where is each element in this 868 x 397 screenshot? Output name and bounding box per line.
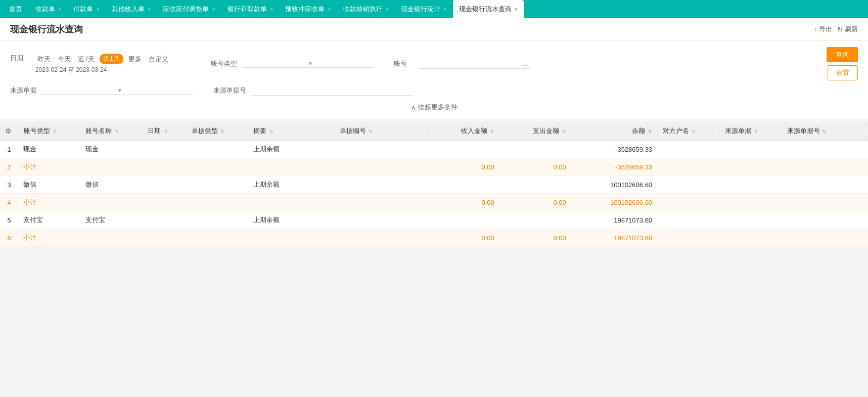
sort-icon: ⇅	[490, 129, 494, 134]
cell-income	[428, 140, 499, 158]
close-icon[interactable]: ×	[148, 6, 151, 12]
nav-tab-2[interactable]: 其他收入单 ×	[106, 0, 157, 18]
close-icon[interactable]: ×	[270, 6, 273, 12]
nav-tab-6[interactable]: 收款核销执行 ×	[337, 0, 395, 18]
cell-balance: 100102606.60	[571, 176, 657, 194]
source-doc-no-label: 来源单据号	[213, 86, 246, 95]
page-title: 现金银行流水查询	[10, 23, 83, 35]
th-date[interactable]: 日期 ⇅	[143, 122, 186, 140]
cell-source-doc-no	[782, 194, 867, 211]
nav-tab-1[interactable]: 付款单 ×	[67, 0, 105, 18]
nav-tab-7[interactable]: 现金银行统计 ×	[395, 0, 452, 18]
cell-expense	[499, 176, 571, 194]
close-icon[interactable]: ×	[58, 6, 61, 12]
cell-account-type: 微信	[18, 176, 80, 194]
th-doc-type[interactable]: 单据类型 ⇅	[186, 122, 248, 140]
export-button[interactable]: ↑ 导出	[814, 25, 833, 34]
table-row[interactable]: 3 微信 微信 上期余额 100102606.60	[0, 176, 868, 194]
date-today[interactable]: 今天	[56, 54, 73, 65]
cell-account-name	[80, 158, 143, 176]
th-expense[interactable]: 支出金额 ⇅	[499, 122, 571, 140]
cell-account-name: 现金	[80, 140, 143, 158]
th-summary[interactable]: 摘要 ⇅	[248, 122, 334, 140]
account-type-select[interactable]: ▼	[242, 60, 374, 68]
close-icon[interactable]: ×	[386, 6, 389, 12]
close-icon[interactable]: ×	[212, 6, 215, 12]
cell-source-doc-no	[782, 158, 867, 176]
nav-tab-4[interactable]: 银行存取款单 ×	[221, 0, 279, 18]
nav-home[interactable]: 首页	[2, 5, 29, 14]
source-doc-select[interactable]: ▼	[41, 86, 193, 95]
cell-date	[143, 211, 186, 229]
cell-balance: 19871073.60	[571, 211, 657, 229]
account-label: 账号	[394, 59, 414, 68]
table-row[interactable]: 5 支付宝 支付宝 上期余额 19871073.60	[0, 211, 868, 229]
th-source-doc[interactable]: 来源单据 ⇅	[719, 122, 782, 140]
account-dots[interactable]: ...	[522, 59, 529, 68]
account-type-label: 账号类型	[211, 59, 237, 68]
cell-account-type: 现金	[18, 140, 80, 158]
close-icon[interactable]: ×	[443, 6, 446, 12]
th-income[interactable]: 收入金额 ⇅	[428, 122, 499, 140]
sort-icon: ⇅	[562, 129, 566, 134]
cell-counterpart	[657, 176, 719, 194]
date-custom[interactable]: 自定义	[147, 54, 170, 65]
nav-tab-3[interactable]: 应收应付调整单 ×	[157, 0, 221, 18]
th-counterpart[interactable]: 对方户名 ⇅	[657, 122, 719, 140]
date-1month[interactable]: 近1月	[100, 54, 123, 64]
cell-doc-no	[334, 176, 428, 194]
nav-tab-5[interactable]: 预收冲应收单 ×	[279, 0, 337, 18]
row-num: 2	[0, 158, 18, 176]
cell-summary	[248, 229, 334, 247]
sort-icon: ⇅	[648, 129, 652, 134]
cell-source-doc-no	[782, 140, 867, 158]
cell-account-name	[80, 229, 143, 247]
table-row[interactable]: 4 小计 0.00 0.00 100102606.60	[0, 194, 868, 211]
close-icon[interactable]: ×	[328, 6, 331, 12]
cell-income: 0.00	[428, 229, 499, 247]
refresh-button[interactable]: ↻ 刷新	[837, 25, 858, 34]
table-settings-icon[interactable]: ⚙	[5, 127, 12, 135]
th-doc-no[interactable]: 单据编号 ⇅	[334, 122, 428, 140]
table-row[interactable]: 2 小计 0.00 0.00 -3528659.33	[0, 158, 868, 176]
th-settings[interactable]: ⚙	[0, 122, 18, 140]
nav-tab-0[interactable]: 收款单 ×	[29, 0, 67, 18]
th-account-name[interactable]: 账号名称 ⇅	[80, 122, 143, 140]
sort-icon: ⇅	[823, 129, 827, 134]
th-balance[interactable]: 余额 ⇅	[571, 122, 657, 140]
th-source-doc-no[interactable]: 来源单据号 ⇅	[782, 122, 867, 140]
date-yesterday[interactable]: 昨天	[35, 54, 53, 65]
nav-tab-8[interactable]: 现金银行流水查询 ×	[453, 0, 524, 18]
cell-income: 0.00	[428, 158, 499, 176]
th-account-type[interactable]: 账号类型 ⇅	[18, 122, 80, 140]
settings-button[interactable]: 设置	[828, 65, 858, 80]
cell-doc-type	[186, 194, 248, 211]
close-icon[interactable]: ×	[96, 6, 99, 12]
query-button[interactable]: 查询	[827, 47, 858, 62]
source-doc-no-input[interactable]	[251, 85, 413, 96]
close-icon[interactable]: ×	[515, 6, 518, 12]
cell-doc-type	[186, 229, 248, 247]
cell-balance: 100102606.60	[571, 194, 657, 211]
source-doc-label: 来源单据	[10, 86, 36, 95]
table-row[interactable]: 6 小计 0.00 0.00 19871073.60	[0, 229, 868, 247]
account-input[interactable]	[419, 59, 520, 68]
cell-income	[428, 211, 499, 229]
cell-source-doc-no	[782, 229, 867, 247]
row-num: 1	[0, 140, 18, 158]
date-range-text: 2023-02-24 至 2023-03-24	[35, 66, 170, 74]
cell-expense	[499, 211, 571, 229]
cell-counterpart	[657, 140, 719, 158]
cell-source-doc	[719, 229, 782, 247]
header-actions: ↑ 导出 ↻ 刷新	[814, 25, 858, 34]
sort-icon: ⇅	[369, 129, 373, 134]
date-7days[interactable]: 近7天	[76, 54, 97, 65]
table-container: ⚙ 账号类型 ⇅ 账号名称 ⇅ 日期 ⇅ 单据类型 ⇅	[0, 122, 868, 247]
cell-source-doc	[719, 194, 782, 211]
collapse-bar[interactable]: ∧ 收起更多条件	[10, 101, 858, 114]
table-row[interactable]: 1 现金 现金 上期余额 -3528659.33	[0, 140, 868, 158]
cell-account-name: 微信	[80, 176, 143, 194]
cell-doc-type	[186, 140, 248, 158]
date-more[interactable]: 更多	[126, 54, 144, 65]
cell-balance: -3528659.33	[571, 140, 657, 158]
